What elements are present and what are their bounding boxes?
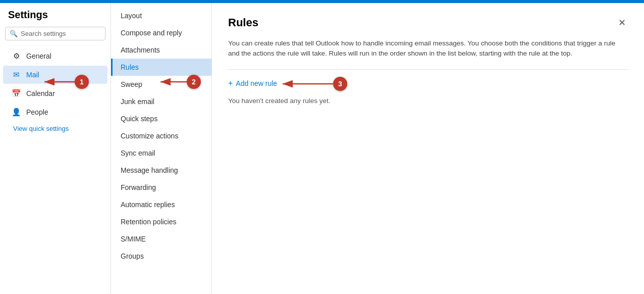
app-container: Settings 🔍 Search settings ⚙ General ✉ M…: [0, 3, 644, 294]
nav-items-container: ⚙ General ✉ Mail 📅 Calendar 👤 People: [0, 46, 111, 122]
middle-item-message-handling[interactable]: Message handling: [111, 162, 211, 179]
middle-item-sweep[interactable]: Sweep: [111, 76, 211, 93]
add-rule-label: Add new rule: [236, 79, 277, 87]
middle-item-sync-email[interactable]: Sync email: [111, 144, 211, 162]
sidebar-title: Settings: [0, 9, 111, 27]
description-text: You can create rules that tell Outlook h…: [228, 38, 628, 59]
mail-icon: ✉: [11, 70, 21, 80]
sidebar-nav-label-calendar: Calendar: [26, 89, 55, 97]
sidebar-nav-label-people: People: [26, 108, 48, 116]
middle-items-container: LayoutCompose and replyAttachmentsRulesS…: [111, 7, 211, 265]
empty-rules-message: You haven't created any rules yet.: [228, 97, 628, 105]
middle-item-attachments[interactable]: Attachments: [111, 41, 211, 59]
middle-item-junk-email[interactable]: Junk email: [111, 93, 211, 110]
sidebar-nav-item-general[interactable]: ⚙ General: [3, 47, 108, 65]
divider: [228, 69, 628, 70]
middle-item-automatic-replies[interactable]: Automatic replies: [111, 196, 211, 213]
search-placeholder: Search settings: [21, 30, 66, 37]
middle-item-smime[interactable]: S/MIME: [111, 230, 211, 248]
middle-item-layout[interactable]: Layout: [111, 7, 211, 24]
plus-icon: +: [228, 79, 233, 88]
sidebar-nav-label-general: General: [26, 52, 51, 60]
middle-item-rules[interactable]: Rules: [111, 59, 211, 76]
add-new-rule-button[interactable]: + Add new rule: [228, 77, 277, 90]
sidebar-nav-item-mail[interactable]: ✉ Mail: [3, 66, 108, 84]
close-button[interactable]: ✕: [616, 15, 628, 30]
middle-panel: LayoutCompose and replyAttachmentsRulesS…: [111, 3, 212, 294]
page-title: Rules: [228, 16, 258, 29]
main-header: Rules ✕: [228, 15, 628, 30]
sidebar-nav-item-people[interactable]: 👤 People: [3, 103, 108, 121]
middle-item-retention-policies[interactable]: Retention policies: [111, 213, 211, 230]
search-icon: 🔍: [10, 30, 18, 37]
sidebar: Settings 🔍 Search settings ⚙ General ✉ M…: [0, 3, 111, 294]
sidebar-nav-label-mail: Mail: [26, 71, 39, 79]
people-icon: 👤: [11, 107, 21, 117]
middle-item-quick-steps[interactable]: Quick steps: [111, 110, 211, 127]
search-box[interactable]: 🔍 Search settings: [5, 27, 105, 40]
general-icon: ⚙: [11, 51, 21, 61]
middle-item-forwarding[interactable]: Forwarding: [111, 179, 211, 196]
view-quick-settings-link[interactable]: View quick settings: [5, 122, 111, 135]
calendar-icon: 📅: [11, 88, 21, 99]
middle-item-compose-reply[interactable]: Compose and reply: [111, 24, 211, 41]
middle-item-customize-actions[interactable]: Customize actions: [111, 127, 211, 144]
main-content: Rules ✕ You can create rules that tell O…: [212, 3, 644, 294]
middle-item-groups[interactable]: Groups: [111, 248, 211, 265]
sidebar-nav-item-calendar[interactable]: 📅 Calendar: [3, 84, 108, 103]
